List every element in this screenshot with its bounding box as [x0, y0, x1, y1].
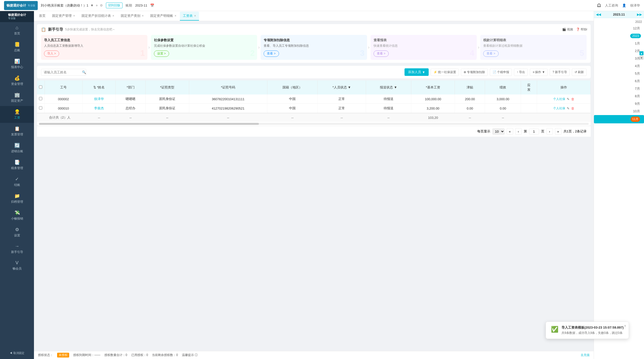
version-switch-btn[interactable]: 切到旧版	[106, 3, 123, 8]
operations-btn[interactable]: ≡ 操作 ▼	[530, 69, 548, 76]
user-name[interactable]: 徐泽华	[630, 3, 640, 8]
sidebar-item-payroll[interactable]: 👷 工资	[0, 106, 34, 123]
sidebar-item-archive[interactable]: 📁 归档管理	[0, 190, 34, 207]
submit-filter-icon[interactable]: ▼	[394, 85, 397, 89]
sidebar-item-tax[interactable]: 📑 税务管理	[0, 157, 34, 173]
tab-asset-category[interactable]: 固定资产类别 ×	[118, 12, 147, 21]
sort-icon[interactable]: ⇅	[93, 85, 96, 89]
current-page-input[interactable]	[529, 129, 539, 134]
wizard-close-btn[interactable]: ×	[585, 27, 588, 32]
row2-submit-status: 待报送	[366, 104, 411, 113]
sidebar-item-purchase-sales[interactable]: 🔄 进销台账	[0, 140, 34, 157]
step-5-btn[interactable]: 查看 >	[483, 50, 498, 57]
total-label: 授权数量合计：0	[104, 353, 127, 357]
cal-month-2[interactable]: 2月	[594, 47, 644, 55]
last-page-btn[interactable]: »	[555, 128, 561, 135]
cal-month-1[interactable]: 1月	[594, 40, 644, 47]
col-name: ⇅ *姓名	[82, 80, 115, 94]
per-page-select[interactable]: 10 20 50	[492, 128, 505, 135]
step-3-btn[interactable]: 查看 >	[264, 50, 279, 57]
sidebar-item-funds[interactable]: 💰 资金管理	[0, 72, 34, 89]
sidebar-item-general-ledger[interactable]: 📒 总账	[0, 39, 34, 56]
row1-submit-status: 待报送	[366, 94, 411, 104]
row2-checkbox[interactable]	[39, 106, 42, 110]
cal-prev-btn[interactable]: ◀◀	[596, 13, 601, 16]
first-page-btn[interactable]: «	[507, 128, 513, 135]
cal-month-11[interactable]: 11月	[594, 115, 644, 123]
cal-month-6[interactable]: 6月	[594, 77, 644, 85]
tab-payroll-label: 工资表	[183, 14, 193, 18]
social-insurance-btn[interactable]: ⚡ 统一社保设置	[431, 69, 459, 76]
tab-asset-detail-close[interactable]: ×	[175, 14, 176, 18]
row1-delete-icon[interactable]: 🗑	[571, 97, 574, 101]
tax-report-btn[interactable]: 📄 个税申报	[490, 69, 512, 76]
cal-up-scroll-btn[interactable]: ▲	[639, 51, 643, 55]
sidebar-item-wizard[interactable]: → 新手引导	[0, 241, 34, 257]
tab-asset-category-close[interactable]: ×	[142, 14, 144, 18]
activate-link[interactable]: 去充值	[581, 353, 590, 357]
add-account-icon[interactable]: +	[96, 3, 98, 8]
wizard-video-link[interactable]: 🎬 视频	[562, 27, 573, 32]
deduction-btn[interactable]: ⊕ 专项附加扣除	[461, 69, 488, 76]
tab-payroll[interactable]: 工资表 ×	[180, 12, 199, 21]
calendar-icon[interactable]: 📅	[150, 4, 154, 7]
cal-month-10[interactable]: 10月	[594, 108, 644, 115]
funds-icon: 💰	[14, 75, 20, 81]
sidebar-item-member[interactable]: V 畅会员	[0, 257, 34, 274]
cal-month-3[interactable]: 3月	[594, 55, 644, 62]
export-btn[interactable]: ↑ 导出	[514, 69, 528, 76]
cancel-fixed-btn[interactable]: ◀ 取消固定	[2, 349, 32, 357]
tab-fixed-assets[interactable]: 固定资产管理 ×	[49, 12, 78, 21]
search-input[interactable]	[41, 69, 86, 76]
tab-home[interactable]: 首页	[36, 12, 49, 21]
settings-icon[interactable]: ⚙	[100, 4, 103, 7]
step-1-btn[interactable]: 导入 >	[44, 50, 59, 57]
cal-month-8[interactable]: 8月	[594, 92, 644, 100]
sidebar-item-reports[interactable]: 📊 报表中心	[0, 56, 34, 72]
cal-month-7[interactable]: 7月	[594, 85, 644, 92]
wizard-btn[interactable]: ? 新手引导	[550, 69, 570, 76]
cal-month-12-2022[interactable]: 12月	[594, 25, 644, 32]
row1-edit-icon[interactable]: ✎	[567, 97, 570, 101]
add-person-btn[interactable]: 添加人员 ▼	[405, 68, 429, 76]
cal-month-4[interactable]: 4月	[594, 62, 644, 70]
prev-page-btn[interactable]: ‹	[515, 128, 522, 135]
select-all-checkbox[interactable]	[39, 85, 42, 89]
wizard-btn-label: 新手引导	[555, 70, 567, 74]
cal-month-9[interactable]: 9月	[594, 100, 644, 108]
row2-social-btn[interactable]: 个人社保	[553, 106, 565, 111]
sidebar-item-invoicing[interactable]: 📋 发票管理	[0, 123, 34, 140]
row2-delete-icon[interactable]: 🗑	[571, 107, 574, 110]
ai-consult-label[interactable]: 人工咨询	[605, 3, 618, 8]
cal-next-btn[interactable]: ▶▶	[637, 13, 642, 16]
footer-dash-2: --	[116, 113, 145, 122]
sidebar-item-settings[interactable]: ⚙ 设置	[0, 224, 34, 241]
row2-edit-icon[interactable]: ✎	[567, 107, 570, 110]
sidebar-item-accounting[interactable]: ✓ 结账	[0, 173, 34, 190]
tab-depreciation[interactable]: 固定资产折旧统计表 ×	[78, 12, 117, 21]
step-4-title: 查看报表	[374, 38, 474, 42]
row1-checkbox[interactable]	[39, 97, 42, 100]
tab-depreciation-close[interactable]: ×	[112, 14, 114, 18]
cal-down-scroll-btn[interactable]: ▼	[639, 56, 643, 60]
row1-name-link[interactable]: 徐泽华	[94, 97, 104, 101]
sidebar-item-fixed-assets[interactable]: 🏢 固定资产	[0, 89, 34, 106]
footer-dash-5: --	[267, 113, 318, 122]
next-page-btn[interactable]: ›	[546, 128, 553, 135]
row1-social-btn[interactable]: 个人社保	[553, 97, 565, 101]
status-filter-icon[interactable]: ▼	[348, 85, 351, 89]
step-4-btn[interactable]: 查看 >	[374, 50, 389, 57]
tab-asset-detail[interactable]: 固定资产明细账 ×	[147, 12, 179, 21]
add-dropdown-icon[interactable]: ▼	[422, 70, 425, 74]
sidebar-item-home[interactable]: ⌂ 首页	[0, 22, 34, 39]
row2-name-link[interactable]: 李俊杰	[94, 106, 104, 110]
sidebar-item-expense[interactable]: 💸 小畅报销	[0, 207, 34, 224]
cal-month-5[interactable]: 5月	[594, 70, 644, 77]
toast-close-btn[interactable]: ×	[624, 324, 626, 328]
wizard-help-link[interactable]: ❓ 帮助	[576, 27, 587, 32]
refresh-btn[interactable]: ↺ 刷新	[572, 69, 587, 76]
tab-fixed-assets-close[interactable]: ×	[73, 14, 75, 18]
step-2-btn[interactable]: 设置 >	[154, 50, 169, 57]
account-dropdown-icon[interactable]: ▼	[90, 4, 94, 7]
tab-payroll-close[interactable]: ×	[194, 14, 196, 18]
